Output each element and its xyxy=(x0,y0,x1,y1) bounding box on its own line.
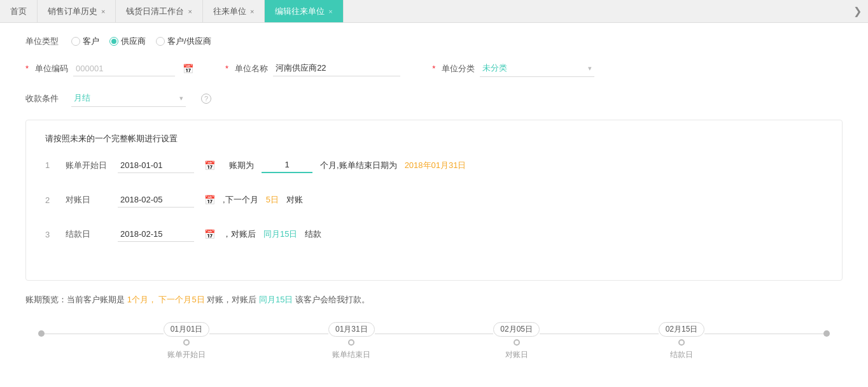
unit-category-value: 未分类 xyxy=(482,62,585,74)
timeline-dot-1 xyxy=(183,339,190,346)
recon-suffix: 对账 xyxy=(286,194,303,206)
radio-customer[interactable]: 客户 xyxy=(71,36,99,47)
tab-edit-partner-label: 编辑往来单位 xyxy=(275,6,325,17)
tab-expand-button[interactable]: ❯ xyxy=(847,0,868,22)
preview-part2: 下一个月5日 xyxy=(158,295,204,304)
row-key-1: 账单开始日 xyxy=(66,160,110,171)
unit-code-input[interactable] xyxy=(73,61,175,76)
period-suffix: 个月,账单结束日期为 xyxy=(320,160,397,171)
unit-category-label: 单位分类 xyxy=(442,63,475,74)
row-num-3: 3 xyxy=(45,230,58,239)
recon-day-highlight: 5日 xyxy=(266,194,279,206)
timeline-connector-4 xyxy=(704,334,823,335)
calendar-icon[interactable]: 📅 xyxy=(183,64,193,74)
timeline-dot-3 xyxy=(514,339,520,346)
tab-partner-list[interactable]: 往来单位 × xyxy=(203,0,265,22)
row-key-3: 结款日 xyxy=(66,229,110,240)
tab-home-label: 首页 xyxy=(10,6,27,17)
tab-sales-history-label: 销售订单历史 xyxy=(48,6,97,17)
payment-cond-label: 收款条件 xyxy=(25,93,59,104)
radio-customer-supplier[interactable]: 客户/供应商 xyxy=(156,36,211,47)
preview-part1: 1个月， xyxy=(127,295,157,304)
timeline-connector-1 xyxy=(209,334,328,335)
close-icon[interactable]: × xyxy=(101,8,105,15)
preview-text: 账期预览：当前客户账期是 1个月， 下一个月5日 对账，对账后 同月15日 该客… xyxy=(25,293,843,307)
timeline-node-2: 01月31日 账单结束日 xyxy=(328,322,375,360)
unit-type-row: 单位类型 客户 供应商 客户/供应商 xyxy=(25,36,843,47)
setting-row-1: 1 账单开始日 📅 账期为 个月,账单结束日期为 2018年01月31日 xyxy=(45,157,823,173)
timeline-start-dot xyxy=(38,330,45,337)
radio-customer-supplier-circle xyxy=(156,37,165,46)
timeline-node-1: 01月01日 账单开始日 xyxy=(164,322,210,360)
timeline-start xyxy=(38,322,45,337)
start-date-calendar-icon[interactable]: 📅 xyxy=(204,160,215,171)
close-icon[interactable]: × xyxy=(250,8,254,15)
timeline-node-4: 02月15日 结款日 xyxy=(659,322,705,360)
setting-row-2: 2 对账日 📅 ,下一个月5日 对账 xyxy=(45,192,823,208)
unit-category-group: * 单位分类 未分类 ▾ xyxy=(432,60,594,77)
help-icon[interactable]: ? xyxy=(201,94,211,104)
unit-info-row: * 单位编码 📅 * 单位名称 * 单位分类 未分类 ▾ xyxy=(25,60,843,77)
section-title: 请按照未来的一个完整帐期进行设置 xyxy=(45,133,823,144)
settle-date-input[interactable] xyxy=(118,227,194,242)
timeline-dot-4 xyxy=(678,339,685,346)
radio-supplier-label: 供应商 xyxy=(121,36,146,47)
radio-group: 客户 供应商 客户/供应商 xyxy=(71,36,211,47)
close-icon[interactable]: × xyxy=(328,8,332,15)
timeline-end xyxy=(823,322,830,337)
radio-customer-label: 客户 xyxy=(83,36,99,47)
timeline-connector-0 xyxy=(45,334,164,335)
recon-date-input[interactable] xyxy=(118,192,194,208)
timeline-connector-3 xyxy=(540,334,659,335)
unit-name-input[interactable] xyxy=(273,61,400,76)
setting-row-3: 3 结款日 📅 ，对账后 同月15日 结款 xyxy=(45,227,823,242)
settle-suffix: 结款 xyxy=(305,229,321,240)
preview-part4: 同月15日 xyxy=(259,295,293,304)
payment-cond-value: 月结 xyxy=(74,92,177,104)
unit-code-group: * 单位编码 📅 xyxy=(25,61,193,76)
row-key-2: 对账日 xyxy=(66,194,110,206)
timeline-node-3: 02月05日 对账日 xyxy=(493,322,540,360)
tab-bar: 首页 销售订单历史 × 钱货日清工作台 × 往来单位 × 编辑往来单位 × ❯ xyxy=(0,0,868,23)
preview-part3: 对账，对账后 xyxy=(207,295,256,304)
unit-name-label: 单位名称 xyxy=(235,63,268,74)
unit-category-dropdown[interactable]: 未分类 ▾ xyxy=(480,60,594,77)
tab-edit-partner[interactable]: 编辑往来单位 × xyxy=(265,0,343,22)
recon-prefix: ,下一个月 xyxy=(223,194,258,206)
tab-cash-daily-label: 钱货日清工作台 xyxy=(126,6,184,17)
payment-cond-row: 收款条件 月结 ▾ ? xyxy=(25,90,843,107)
timeline-dot-2 xyxy=(348,339,354,346)
unit-type-label: 单位类型 xyxy=(25,36,59,47)
close-icon[interactable]: × xyxy=(188,8,192,15)
radio-customer-supplier-label: 客户/供应商 xyxy=(167,36,211,47)
timeline-badge-2: 01月31日 xyxy=(328,322,375,337)
required-star-cat: * xyxy=(432,64,435,73)
tab-partner-list-label: 往来单位 xyxy=(213,6,246,17)
tab-cash-daily[interactable]: 钱货日清工作台 × xyxy=(116,0,202,22)
radio-customer-circle xyxy=(71,37,80,46)
period-label: 账期为 xyxy=(229,160,254,171)
end-date-highlight: 2018年01月31日 xyxy=(405,160,466,171)
radio-supplier-circle xyxy=(109,37,118,46)
unit-code-label: 单位编码 xyxy=(35,63,68,74)
radio-supplier-inner xyxy=(111,39,116,44)
chevron-down-icon: ▾ xyxy=(588,64,592,73)
period-input[interactable] xyxy=(262,157,312,173)
unit-name-group: * 单位名称 xyxy=(225,61,400,76)
required-star-name: * xyxy=(225,64,228,73)
row-num-1: 1 xyxy=(45,160,58,170)
tab-home[interactable]: 首页 xyxy=(0,0,38,22)
timeline-end-dot xyxy=(823,330,830,337)
payment-cond-dropdown[interactable]: 月结 ▾ xyxy=(71,90,186,107)
settle-day-highlight: 同月15日 xyxy=(263,229,297,240)
recon-date-calendar-icon[interactable]: 📅 xyxy=(204,195,215,205)
tab-sales-history[interactable]: 销售订单历史 × xyxy=(38,0,116,22)
main-content: 单位类型 客户 供应商 客户/供应商 * 单位编码 📅 xyxy=(0,23,868,387)
radio-supplier[interactable]: 供应商 xyxy=(109,36,146,47)
settle-date-calendar-icon[interactable]: 📅 xyxy=(204,229,215,239)
row-num-2: 2 xyxy=(45,195,58,205)
settle-prefix: ，对账后 xyxy=(223,229,256,240)
start-date-input[interactable] xyxy=(118,158,194,173)
timeline-badge-3: 02月05日 xyxy=(493,322,540,337)
timeline-label-4: 结款日 xyxy=(670,349,693,360)
